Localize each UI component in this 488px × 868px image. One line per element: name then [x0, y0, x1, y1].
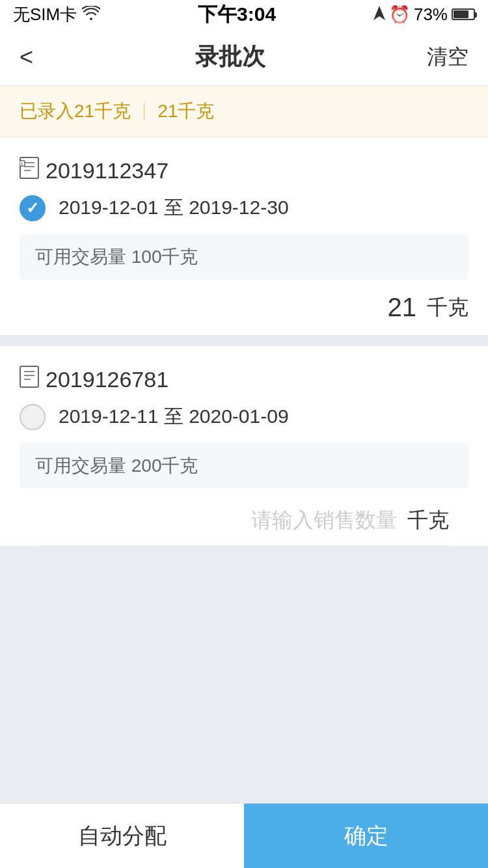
battery-icon: [452, 8, 475, 20]
bottom-bar: 自动分配 确定: [0, 803, 488, 868]
clear-button[interactable]: 清空: [427, 43, 468, 72]
info-banner: 已录入21千克 21千克: [0, 86, 488, 137]
batch1-header: ≡ 2019112347: [20, 157, 468, 184]
batch2-input-wrapper: 千克: [0, 489, 488, 546]
batch-item-1: ≡ 2019112347 2019-12-01 至 2019-12-30 可用交…: [0, 137, 488, 280]
batch1-radio[interactable]: [20, 195, 46, 221]
info-value: 21千克: [157, 99, 214, 124]
batch2-unit: 千克: [407, 506, 449, 535]
info-divider: [144, 102, 144, 120]
batch2-doc-icon: [20, 366, 39, 393]
back-button[interactable]: <: [20, 44, 33, 71]
status-left: 无SIM卡: [13, 3, 100, 26]
auto-distribute-button[interactable]: 自动分配: [0, 804, 244, 868]
batch1-id: 2019112347: [46, 158, 169, 183]
batch2-date-row[interactable]: 2019-12-11 至 2020-01-09: [20, 403, 468, 430]
batch1-date-row[interactable]: 2019-12-01 至 2019-12-30: [20, 195, 468, 221]
status-bar: 无SIM卡 下午3:04 ⏰ 73%: [0, 0, 488, 29]
battery-percent: 73%: [414, 5, 448, 25]
info-recorded-label: 已录入21千克: [20, 99, 131, 124]
batch2-input-row: 千克: [20, 495, 468, 545]
batch2-radio[interactable]: [20, 404, 46, 430]
svg-rect-6: [20, 366, 38, 387]
nav-bar: < 录批次 清空: [0, 29, 488, 86]
batch2-available-qty: 可用交易量 200千克: [20, 443, 468, 489]
svg-text:≡: ≡: [20, 161, 23, 166]
batch1-amount-row: 21 千克: [0, 280, 488, 336]
carrier-text: 无SIM卡: [13, 3, 77, 26]
page-title: 录批次: [195, 41, 265, 73]
batch-item-2: 2019126781 2019-12-11 至 2020-01-09 可用交易量…: [0, 346, 488, 489]
batch1-available-qty: 可用交易量 100千克: [20, 234, 468, 280]
batch2-quantity-input[interactable]: [39, 495, 397, 545]
section-divider-1: [0, 336, 488, 346]
batch2-date: 2019-12-11 至 2020-01-09: [59, 403, 289, 430]
batch2-header: 2019126781: [20, 366, 468, 393]
wifi-icon: [82, 5, 100, 25]
batch1-amount-value: 21: [388, 293, 417, 322]
batch2-id: 2019126781: [46, 367, 169, 392]
batch1-doc-icon: ≡: [20, 157, 39, 184]
status-time: 下午3:04: [198, 1, 276, 28]
alarm-icon: ⏰: [389, 5, 410, 25]
location-icon: [373, 5, 385, 25]
batch1-date: 2019-12-01 至 2019-12-30: [59, 195, 289, 221]
batch1-amount-unit: 千克: [427, 293, 468, 322]
status-right: ⏰ 73%: [373, 5, 475, 25]
confirm-button[interactable]: 确定: [244, 804, 488, 868]
